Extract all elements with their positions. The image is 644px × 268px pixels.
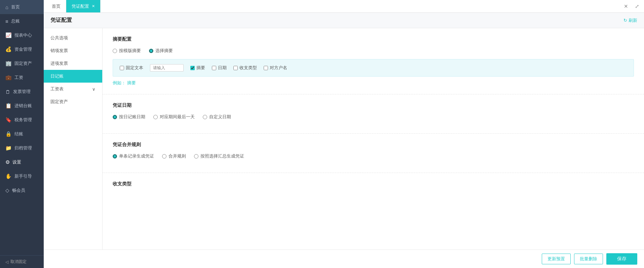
checkbox-summary-input[interactable] bbox=[190, 66, 195, 70]
save-button[interactable]: 保存 bbox=[606, 253, 637, 265]
merge-rules-radio-merge-input[interactable] bbox=[162, 154, 166, 159]
voucher-date-radio-journal-input[interactable] bbox=[113, 115, 117, 119]
sidebar-item-sales-ledger[interactable]: 📋 进销台账 bbox=[0, 99, 44, 113]
checkbox-date[interactable]: 日期 bbox=[212, 65, 227, 71]
sidebar-item-label: 资金管理 bbox=[14, 46, 32, 52]
refresh-icon: ↻ bbox=[623, 18, 627, 23]
voucher-date-radio-journal[interactable]: 按日记账日期 bbox=[113, 114, 145, 120]
sidebar-item-label: 发票管理 bbox=[13, 89, 31, 95]
funds-icon: 💰 bbox=[5, 46, 12, 52]
voucher-date-radio-period-last-label: 对应期间最后一天 bbox=[160, 114, 195, 120]
sidebar-scroll: ⌂ 首页 ≡ 总账 📈 报表中心 💰 资金管理 🏢 固定资产 💼 工资 🗒 发票… bbox=[0, 0, 44, 255]
page-header: 凭证配置 ↻ 刷新 bbox=[44, 13, 644, 28]
refresh-button[interactable]: ↻ 刷新 bbox=[623, 17, 637, 24]
tab-voucher-config[interactable]: 凭证配置 ✕ bbox=[66, 0, 101, 12]
sidebar-item-reports[interactable]: 📈 报表中心 bbox=[0, 28, 44, 42]
sidebar-item-payroll[interactable]: 💼 工资 bbox=[0, 71, 44, 85]
checkbox-counterparty-input[interactable] bbox=[264, 66, 268, 70]
main-area: 首页 凭证配置 ✕ ✕ ⤢ 凭证配置 ↻ 刷新 公共选项 销项发票 进项 bbox=[44, 0, 644, 268]
merge-rules-radio-group: 单条记录生成凭证 合并规则 按照选择汇总生成凭证 bbox=[113, 153, 634, 159]
tab-close-icon[interactable]: ✕ bbox=[92, 4, 95, 8]
sidebar-item-assets[interactable]: 🏢 固定资产 bbox=[0, 56, 44, 71]
window-close-button[interactable]: ✕ bbox=[622, 3, 630, 10]
tab-bar-actions: ✕ ⤢ bbox=[622, 3, 641, 10]
sidebar-item-invoice-mgmt[interactable]: 🗒 发票管理 bbox=[0, 85, 44, 99]
left-nav-journal-label: 日记账 bbox=[50, 73, 64, 79]
example-prefix: 例如： bbox=[113, 80, 126, 85]
content-area: 公共选项 销项发票 进项发票 日记账 工资表 ∨ 固定资产 摘要配置 bbox=[44, 28, 644, 250]
sidebar-pin-toggle[interactable]: ◁ 取消固定 bbox=[0, 255, 44, 268]
merge-rules-radio-select-summary[interactable]: 按照选择汇总生成凭证 bbox=[194, 153, 244, 159]
sidebar-item-tax[interactable]: 🔖 税务管理 bbox=[0, 113, 44, 127]
tab-voucher-config-label: 凭证配置 bbox=[72, 3, 89, 9]
checkbox-date-input[interactable] bbox=[212, 66, 216, 70]
sidebar-item-label: 首页 bbox=[11, 4, 20, 10]
sidebar-item-guide[interactable]: ✋ 新手引导 bbox=[0, 169, 44, 183]
checkbox-fixed-text-input[interactable] bbox=[120, 66, 124, 70]
summary-radio-select-label: 选择摘要 bbox=[155, 48, 173, 54]
settings-icon: ⚙ bbox=[5, 159, 10, 165]
summary-radio-template-input[interactable] bbox=[113, 49, 117, 53]
update-preview-button[interactable]: 更新预置 bbox=[542, 254, 571, 264]
left-nav-public-label: 公共选项 bbox=[50, 35, 68, 41]
summary-radio-select-input[interactable] bbox=[149, 49, 153, 53]
voucher-date-radio-custom-input[interactable] bbox=[203, 115, 207, 119]
voucher-date-radio-period-last[interactable]: 对应期间最后一天 bbox=[153, 114, 195, 120]
invoice-mgmt-icon: 🗒 bbox=[5, 89, 10, 95]
left-nav-public[interactable]: 公共选项 bbox=[44, 32, 102, 44]
left-nav-purchase-invoice[interactable]: 进项发票 bbox=[44, 57, 102, 70]
sidebar-item-settings[interactable]: ⚙ 设置 bbox=[0, 155, 44, 169]
left-nav-fixed-assets[interactable]: 固定资产 bbox=[44, 95, 102, 108]
summary-config-title: 摘要配置 bbox=[113, 36, 634, 42]
merge-rules-radio-select-summary-input[interactable] bbox=[194, 154, 198, 159]
sidebar-item-closing[interactable]: 🔒 结账 bbox=[0, 127, 44, 141]
summary-example: 例如： 摘要 bbox=[113, 80, 634, 86]
sidebar-item-label: 归档管理 bbox=[14, 145, 32, 151]
checkbox-income-type[interactable]: 收支类型 bbox=[233, 65, 257, 71]
home-icon: ⌂ bbox=[5, 4, 8, 10]
merge-rules-radio-single[interactable]: 单条记录生成凭证 bbox=[113, 153, 154, 159]
sidebar-item-archive[interactable]: 📁 归档管理 bbox=[0, 141, 44, 155]
summary-radio-select[interactable]: 选择摘要 bbox=[149, 48, 173, 54]
sidebar-item-member[interactable]: ◇ 畅会员 bbox=[0, 183, 44, 197]
voucher-date-radio-group: 按日记账日期 对应期间最后一天 自定义日期 bbox=[113, 114, 634, 120]
left-nav: 公共选项 销项发票 进项发票 日记账 工资表 ∨ 固定资产 bbox=[44, 28, 103, 250]
checkbox-counterparty[interactable]: 对方户名 bbox=[264, 65, 287, 71]
tab-bar: 首页 凭证配置 ✕ ✕ ⤢ bbox=[44, 0, 644, 13]
sidebar-item-label: 总账 bbox=[11, 18, 20, 24]
sidebar: ⌂ 首页 ≡ 总账 📈 报表中心 💰 资金管理 🏢 固定资产 💼 工资 🗒 发票… bbox=[0, 0, 44, 268]
tab-home[interactable]: 首页 bbox=[46, 0, 66, 12]
checkbox-summary-label: 摘要 bbox=[196, 65, 205, 71]
checkbox-fixed-text[interactable]: 固定文本 bbox=[120, 65, 143, 71]
pin-icon: ◁ bbox=[5, 260, 8, 264]
left-nav-journal[interactable]: 日记账 bbox=[44, 70, 102, 83]
left-nav-purchase-invoice-label: 进项发票 bbox=[50, 60, 68, 66]
sidebar-item-ledger[interactable]: ≡ 总账 bbox=[0, 14, 44, 28]
checkbox-counterparty-label: 对方户名 bbox=[270, 65, 287, 71]
sidebar-item-label: 设置 bbox=[12, 159, 21, 165]
income-type-section: 收支类型 bbox=[103, 173, 644, 196]
left-nav-sales-invoice-label: 销项发票 bbox=[50, 48, 68, 54]
summary-config-section: 摘要配置 按模版摘要 选择摘要 固定文本 bbox=[103, 28, 644, 94]
summary-radio-template-label: 按模版摘要 bbox=[119, 48, 141, 54]
closing-icon: 🔒 bbox=[5, 131, 12, 137]
left-nav-sales-invoice[interactable]: 销项发票 bbox=[44, 44, 102, 57]
guide-icon: ✋ bbox=[5, 173, 12, 179]
voucher-date-radio-custom[interactable]: 自定义日期 bbox=[203, 114, 231, 120]
fixed-text-input[interactable] bbox=[150, 64, 184, 72]
voucher-date-radio-period-last-input[interactable] bbox=[153, 115, 158, 119]
sidebar-item-label: 工资 bbox=[14, 75, 23, 81]
summary-radio-template[interactable]: 按模版摘要 bbox=[113, 48, 141, 54]
batch-delete-button[interactable]: 批量删除 bbox=[574, 254, 603, 264]
sidebar-item-funds[interactable]: 💰 资金管理 bbox=[0, 42, 44, 56]
left-nav-payroll-table[interactable]: 工资表 ∨ bbox=[44, 83, 102, 95]
sidebar-item-home[interactable]: ⌂ 首页 bbox=[0, 0, 44, 14]
checkbox-summary[interactable]: 摘要 bbox=[190, 65, 205, 71]
merge-rules-radio-single-input[interactable] bbox=[113, 154, 117, 159]
checkbox-income-type-input[interactable] bbox=[233, 66, 238, 70]
merge-rules-radio-merge[interactable]: 合并规则 bbox=[162, 153, 186, 159]
merge-rules-radio-merge-label: 合并规则 bbox=[168, 153, 186, 159]
archive-icon: 📁 bbox=[5, 145, 12, 151]
payroll-icon: 💼 bbox=[5, 75, 12, 81]
window-expand-button[interactable]: ⤢ bbox=[633, 3, 641, 10]
